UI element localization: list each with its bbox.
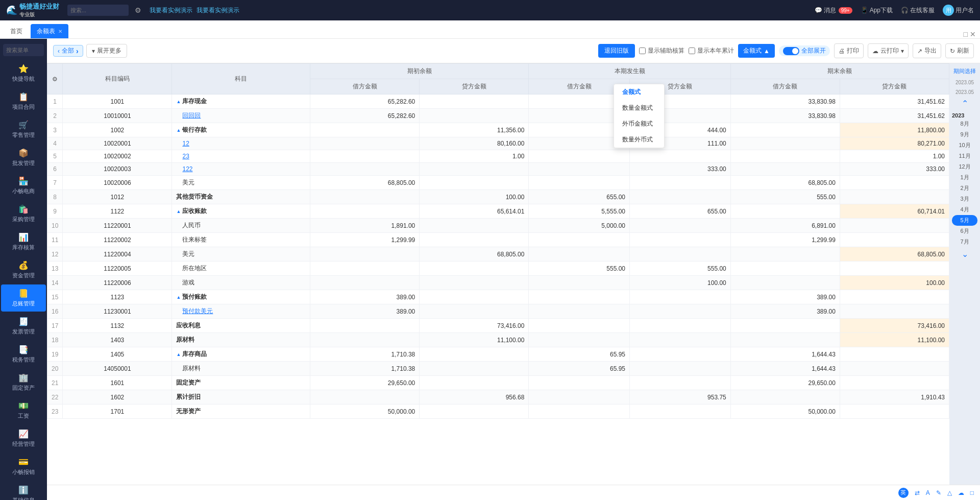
demo-label[interactable]: 我要看实例演示 <box>197 6 239 15</box>
row-name[interactable]: 回回回 <box>172 109 310 123</box>
table-row: 1211220004美元68,805.0068,805.00 <box>47 247 949 261</box>
sidebar-item-quicknav[interactable]: ⭐ 快捷导航 <box>1 60 46 87</box>
month-item-11月[interactable]: 11月 <box>952 151 977 161</box>
month-item-7月[interactable]: 7月 <box>952 236 977 247</box>
sidebar-item-ecommerce[interactable]: 🏪 小畅电商 <box>1 172 46 199</box>
period-2023-05-top[interactable]: 2023.05 <box>952 78 977 87</box>
month-item-5月[interactable]: 5月 <box>952 215 977 226</box>
sidebar-item-ledger[interactable]: 📒 总账管理 <box>1 284 46 312</box>
toolbar-right: 退回旧版 显示辅助核算 显示本年累计 金额式 ▲ 全部展开 <box>598 43 974 58</box>
export-btn[interactable]: ↗ 导出 <box>913 43 941 58</box>
row-code: 1701 <box>63 404 172 419</box>
row-name[interactable]: 12 <box>172 137 310 150</box>
tab-close-icon[interactable]: ✕ <box>58 29 62 34</box>
mode-btn[interactable]: 金额式 ▲ <box>738 44 775 58</box>
expand-row-icon[interactable]: ▲ <box>176 352 182 357</box>
collapse-down-icon[interactable]: ⌄ <box>962 249 968 259</box>
assist-checkbox[interactable] <box>639 47 646 54</box>
online-service-btn[interactable]: 🎧 在线客服 <box>901 6 935 15</box>
window-restore-btn[interactable]: □ <box>964 30 968 38</box>
sidebar-item-finance[interactable]: 💰 资金管理 <box>1 256 46 283</box>
sidebar-item-purchase[interactable]: 🛍️ 采购管理 <box>1 200 46 227</box>
month-item-12月[interactable]: 12月 <box>952 161 977 172</box>
toggle-switch[interactable] <box>783 47 799 55</box>
th-settings[interactable]: ⚙ <box>47 64 63 94</box>
sidebar-item-wholesale[interactable]: 📦 批发管理 <box>1 144 46 171</box>
sidebar-item-retail[interactable]: 🛒 零售管理 <box>1 116 46 143</box>
filter-arrow-right[interactable]: › <box>76 47 79 55</box>
assets-icon: 🏢 <box>18 373 29 383</box>
operations-icon: 📈 <box>18 429 29 439</box>
sidebar-item-project[interactable]: 📋 项目合同 <box>1 88 46 115</box>
status-icon6[interactable]: □ <box>970 489 974 496</box>
row-code: 10010001 <box>63 109 172 123</box>
month-item-6月[interactable]: 6月 <box>952 226 977 236</box>
row-name[interactable]: 预付款美元 <box>172 304 310 319</box>
expand-row-icon[interactable]: ▲ <box>176 295 182 300</box>
demo-link[interactable]: 我要看实例演示 <box>150 6 192 15</box>
show-ytd-check[interactable]: 显示本年累计 <box>689 46 734 55</box>
sidebar-search-input[interactable] <box>3 44 44 56</box>
status-icon1[interactable]: ⇄ <box>915 489 920 496</box>
print-btn[interactable]: 🖨 打印 <box>834 43 864 58</box>
row-name[interactable]: 122 <box>172 163 310 176</box>
expand-row-icon[interactable]: ▲ <box>176 209 182 214</box>
show-assist-check[interactable]: 显示辅助核算 <box>639 46 684 55</box>
status-lang-btn[interactable]: 英 <box>898 488 909 498</box>
back-btn[interactable]: 退回旧版 <box>598 44 635 58</box>
sidebar-item-expense[interactable]: 💳 小畅报销 <box>1 453 46 480</box>
row-num: 17 <box>47 319 63 333</box>
expand-row-icon[interactable]: ▲ <box>176 99 182 104</box>
year-label: 2023 <box>952 112 977 118</box>
month-item-2月[interactable]: 2月 <box>952 183 977 194</box>
row-code: 1602 <box>63 390 172 404</box>
month-item-1月[interactable]: 1月 <box>952 172 977 183</box>
sidebar-item-inventory[interactable]: 📊 库存核算 <box>1 228 46 255</box>
tab-bar: 首页 余额表 ✕ □ ✕ <box>0 20 980 39</box>
row-num: 5 <box>47 150 63 163</box>
month-item-9月[interactable]: 9月 <box>952 129 977 140</box>
sidebar-item-salary[interactable]: 💵 工资 <box>1 397 46 424</box>
period-2023-05-b[interactable]: 2023.05 <box>952 88 977 97</box>
tab-balance[interactable]: 余额表 ✕ <box>31 24 68 38</box>
collapse-up-icon[interactable]: ⌃ <box>962 99 968 108</box>
sidebar: ⭐ 快捷导航 📋 项目合同 🛒 零售管理 📦 批发管理 🏪 小畅电商 🛍️ 采购… <box>0 39 47 500</box>
refresh-btn[interactable]: ↻ 刷新 <box>945 43 974 58</box>
message-btn[interactable]: 💬 消息 99+ <box>815 6 852 15</box>
row-code: 11220002 <box>63 233 172 247</box>
tab-home[interactable]: 首页 <box>4 24 29 38</box>
sidebar-item-operations[interactable]: 📈 经营管理 <box>1 425 46 452</box>
status-icon5[interactable]: ☁ <box>958 489 964 496</box>
expand-all-toggle[interactable]: 全部展开 <box>779 45 830 56</box>
month-item-8月[interactable]: 8月 <box>952 118 977 129</box>
sidebar-item-tax[interactable]: 📑 税务管理 <box>1 341 46 368</box>
status-icon2[interactable]: A <box>926 489 930 496</box>
app-download-btn[interactable]: 📱 App下载 <box>861 6 893 15</box>
status-icon4[interactable]: △ <box>947 489 952 496</box>
sidebar-item-invoice[interactable]: 🧾 发票管理 <box>1 313 46 340</box>
window-close-btn[interactable]: ✕ <box>970 30 976 38</box>
ytd-checkbox[interactable] <box>689 47 695 54</box>
row-name[interactable]: 23 <box>172 150 310 163</box>
cloud-print-btn[interactable]: ☁ 云打印 ▾ <box>868 43 909 58</box>
period-label: 期间选择 <box>953 67 976 75</box>
dropdown-item-foreign-amount[interactable]: 外币金额式 <box>614 116 664 132</box>
settings-icon[interactable]: ⚙ <box>135 6 141 14</box>
expand-row-icon[interactable]: ▲ <box>176 128 182 133</box>
sidebar-item-assets[interactable]: 🏢 固定资产 <box>1 369 46 396</box>
status-icon3[interactable]: ✎ <box>936 489 941 496</box>
sidebar-item-basicinfo[interactable]: ℹ️ 基础信息 <box>1 481 46 500</box>
dropdown-item-amount[interactable]: 金额式 <box>614 84 664 100</box>
user-btn[interactable]: 用 用户名 <box>943 5 974 16</box>
dropdown-item-qty-amount[interactable]: 数量金额式 <box>614 100 664 116</box>
month-item-10月[interactable]: 10月 <box>952 140 977 151</box>
month-item-3月[interactable]: 3月 <box>952 194 977 204</box>
row-name: ▲ 银行存款 <box>172 123 310 137</box>
month-item-4月[interactable]: 4月 <box>952 204 977 215</box>
top-bar: 🌊 畅捷通好业财 专业版 ⚙ 我要看实例演示 我要看实例演示 💬 消息 99+ … <box>0 0 980 20</box>
dropdown-item-qty-foreign[interactable]: 数量外币式 <box>614 132 664 148</box>
expand-more-btn[interactable]: ▾ 展开更多 <box>86 44 127 58</box>
filter-label: 全部 <box>62 46 74 55</box>
top-search-input[interactable] <box>67 5 129 16</box>
filter-tag[interactable]: ‹ 全部 › <box>53 45 83 57</box>
